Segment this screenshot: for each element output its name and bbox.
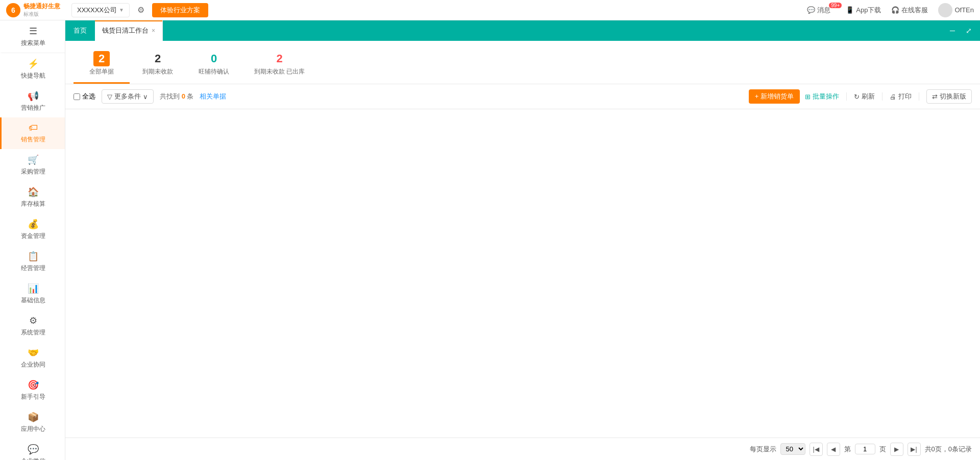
system-icon: ⚙ — [29, 315, 37, 326]
sidebar-item-search-menu[interactable]: ☰ 搜索菜单 — [0, 20, 65, 53]
sidebar-item-basic-info[interactable]: 📊 基础信息 — [0, 278, 65, 310]
refresh-button[interactable]: ↻ 刷新 — [854, 92, 875, 101]
app-logo-icon: 6 — [6, 3, 20, 17]
tab-close-icon[interactable]: × — [152, 27, 155, 34]
home-icon: 🏠 — [28, 186, 39, 198]
sidebar-item-wechat[interactable]: 💬 企业微信 — [0, 439, 65, 460]
marketing-icon: 📢 — [28, 90, 39, 102]
sidebar-item-inventory[interactable]: 🏠 库存核算 — [0, 181, 65, 213]
print-icon: 🖨 — [890, 93, 896, 101]
tag-icon: 🏷 — [29, 123, 38, 133]
dropdown-arrow-icon: ▼ — [119, 7, 124, 13]
more-filter-button[interactable]: ▽ 更多条件 ∨ — [102, 89, 154, 104]
sidebar-item-purchase[interactable]: 🛒 采购管理 — [0, 149, 65, 181]
top-bar: 6 畅捷通好生意 标准版 XXXXXX公司 ▼ ⚙ 体验行业方案 💬 消息 99… — [0, 0, 980, 20]
sidebar: ☰ 搜索菜单 ⚡ 快捷导航 📢 营销推广 🏷 销售管理 🛒 采购管理 🏠 库存核… — [0, 20, 65, 460]
page-size-select[interactable]: 50 — [780, 443, 805, 455]
batch-icon: ⊞ — [805, 93, 811, 101]
message-icon: 💬 — [807, 6, 815, 14]
sidebar-item-finance[interactable]: 💰 资金管理 — [0, 213, 65, 246]
filter-icon: ▽ — [107, 93, 112, 101]
box-icon: 📦 — [28, 411, 39, 423]
lightning-icon: ⚡ — [28, 58, 39, 69]
stat-card-overdue-unshipped[interactable]: 2 到期未收款 已出库 — [242, 47, 317, 84]
tab-home[interactable]: 首页 — [65, 20, 95, 41]
sidebar-item-marketing[interactable]: 📢 营销推广 — [0, 85, 65, 117]
pagination-bar: 每页显示 50 |◀ ◀ 第 页 ▶ ▶| 共0页，0条记录 — [65, 438, 980, 460]
select-all-checkbox[interactable]: 全选 — [74, 92, 95, 101]
sidebar-item-quick-nav[interactable]: ⚡ 快捷导航 — [0, 53, 65, 85]
handshake-icon: 🤝 — [28, 347, 39, 358]
cart-icon: 🛒 — [28, 154, 39, 165]
clipboard-icon: 📋 — [28, 251, 39, 262]
divider — [846, 92, 847, 101]
chat-icon: 💬 — [28, 444, 39, 455]
sidebar-item-sales[interactable]: 🏷 销售管理 — [0, 117, 65, 149]
page-content: 2 全部单据 2 到期未收款 0 旺辅待确认 2 到期未收款 已出库 — [65, 41, 980, 460]
logo-text: 畅捷通好生意 标准版 — [23, 2, 60, 18]
toolbar: 全选 ▽ 更多条件 ∨ 共找到 0 条 相关单据 + 新增销货单 ⊞ — [65, 84, 980, 109]
sidebar-item-system[interactable]: ⚙ 系统管理 — [0, 310, 65, 342]
switch-version-button[interactable]: ⇄ 切换新版 — [926, 89, 972, 104]
online-service-item[interactable]: 🎧 在线客服 — [891, 6, 928, 15]
tab-workbench[interactable]: 钱货日清工作台 × — [95, 20, 163, 41]
phone-icon: 📱 — [846, 6, 854, 14]
top-right-area: 💬 消息 99+ 📱 App下载 🎧 在线客服 OfTEn — [807, 3, 974, 17]
target-icon: 🎯 — [28, 379, 39, 391]
tab-minimize-button[interactable]: ─ — [945, 23, 960, 38]
print-button[interactable]: 🖨 打印 — [890, 92, 912, 101]
first-page-button[interactable]: |◀ — [810, 443, 823, 456]
settings-icon[interactable]: ⚙ — [134, 3, 148, 17]
company-selector[interactable]: XXXXXX公司 ▼ — [71, 3, 130, 17]
avatar — [938, 3, 952, 17]
batch-ops-button[interactable]: ⊞ 批量操作 — [805, 92, 839, 101]
tab-maximize-button[interactable]: ⤢ — [962, 23, 976, 38]
switch-icon: ⇄ — [932, 93, 938, 101]
related-orders-link[interactable]: 相关单据 — [200, 92, 226, 101]
divider2 — [882, 92, 883, 101]
message-item[interactable]: 💬 消息 99+ — [807, 6, 836, 15]
new-sales-order-button[interactable]: + 新增销货单 — [749, 89, 800, 104]
headset-icon: 🎧 — [891, 6, 899, 14]
last-page-button[interactable]: ▶| — [908, 443, 921, 456]
logo-area: 6 畅捷通好生意 标准版 — [6, 2, 71, 18]
content-area: 首页 钱货日清工作台 × ─ ⤢ 2 全部单据 2 到期未收款 — [65, 20, 980, 460]
main-layout: ☰ 搜索菜单 ⚡ 快捷导航 📢 营销推广 🏷 销售管理 🛒 采购管理 🏠 库存核… — [0, 20, 980, 460]
prev-page-button[interactable]: ◀ — [827, 443, 840, 456]
toolbar-right: + 新增销货单 ⊞ 批量操作 ↻ 刷新 🖨 打印 — [749, 89, 972, 104]
app-download-item[interactable]: 📱 App下载 — [846, 6, 881, 15]
tab-right-actions: ─ ⤢ — [945, 20, 980, 41]
search-menu-icon: ☰ — [29, 26, 37, 37]
sidebar-item-cooperation[interactable]: 🤝 企业协同 — [0, 342, 65, 374]
stat-card-all[interactable]: 2 全部单据 — [74, 47, 130, 84]
page-number-input[interactable] — [855, 444, 875, 454]
try-industry-button[interactable]: 体验行业方案 — [152, 3, 208, 17]
tab-bar: 首页 钱货日清工作台 × ─ ⤢ — [65, 20, 980, 41]
next-page-button[interactable]: ▶ — [890, 443, 903, 456]
database-icon: 📊 — [28, 283, 39, 294]
sidebar-item-operations[interactable]: 📋 经营管理 — [0, 246, 65, 278]
sidebar-item-app-center[interactable]: 📦 应用中心 — [0, 406, 65, 439]
stat-card-pending-confirm[interactable]: 0 旺辅待确认 — [186, 47, 242, 84]
divider3 — [919, 92, 919, 101]
sidebar-item-guide[interactable]: 🎯 新手引导 — [0, 374, 65, 406]
chevron-down-icon: ∨ — [143, 93, 148, 101]
select-all-input[interactable] — [74, 93, 80, 100]
refresh-icon: ↻ — [854, 93, 860, 101]
table-area — [65, 109, 980, 438]
avatar-area[interactable]: OfTEn — [938, 3, 974, 17]
stats-bar: 2 全部单据 2 到期未收款 0 旺辅待确认 2 到期未收款 已出库 — [65, 41, 980, 84]
stat-card-overdue-unpaid[interactable]: 2 到期未收款 — [130, 47, 186, 84]
money-icon: 💰 — [28, 219, 39, 230]
